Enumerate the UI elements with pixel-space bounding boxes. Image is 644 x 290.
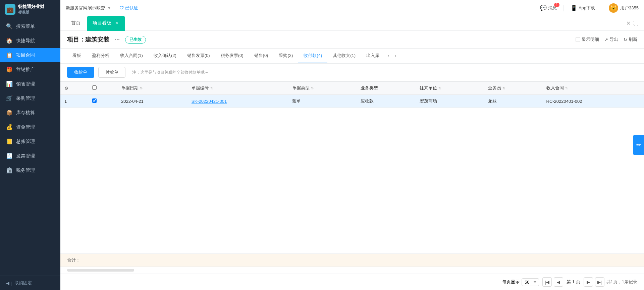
cell-check[interactable]	[88, 95, 117, 108]
select-all-checkbox[interactable]	[92, 85, 97, 90]
subtab-left-arrow[interactable]: ‹	[385, 50, 392, 62]
subtab-income-confirm[interactable]: 收入确认(2)	[148, 49, 182, 63]
close-window-button[interactable]: ✕	[626, 20, 631, 26]
edit-icon: ✏	[636, 141, 641, 149]
subtab-receipt[interactable]: 收付款(4)	[298, 49, 327, 63]
subtab-in-out[interactable]: 出入库	[361, 49, 385, 63]
subtabs: 看板 盈利分析 收入合同(1) 收入确认(2) 销售发票(0) 税务发票(0) …	[60, 49, 644, 64]
th-date: 单据日期 ⇅	[117, 82, 187, 95]
export-label: 导出	[609, 37, 618, 43]
side-edit-button[interactable]: ✏	[633, 135, 644, 155]
th-index: ⚙	[60, 82, 88, 95]
record-link[interactable]: SK-20220421-001	[192, 99, 227, 104]
sidebar-item-label: 营销推广	[16, 67, 35, 73]
sidebar-item-inventory[interactable]: 📦 库存核算	[0, 105, 60, 120]
cell-salesman: 龙妹	[484, 95, 542, 108]
home-icon: 🏠	[6, 38, 13, 44]
row-checkbox[interactable]	[92, 98, 97, 103]
sidebar-item-label: 项目合同	[16, 52, 35, 58]
cell-partner: 宏茂商场	[416, 95, 484, 108]
sort-date[interactable]: 单据日期 ⇅	[121, 85, 183, 91]
tab-home[interactable]: 首页	[66, 16, 86, 31]
tab-project-board[interactable]: 项目看板 ✕	[87, 16, 125, 31]
sidebar-item-label: 采购管理	[16, 95, 35, 101]
sort-salesman[interactable]: 业务员 ⇅	[488, 85, 538, 91]
data-table: ⚙ 单据日期 ⇅	[60, 81, 644, 108]
sidebar-item-invoice[interactable]: 🧾 发票管理	[0, 149, 60, 163]
show-detail-label: 显示明细	[582, 37, 599, 43]
sort-type[interactable]: 单据类型 ⇅	[292, 85, 353, 91]
subtab-sales-invoice[interactable]: 销售发票(0)	[182, 49, 215, 63]
tab-close-button[interactable]: ✕	[114, 20, 119, 26]
app-download-label: App下载	[579, 5, 595, 11]
sort-icon: ⇅	[502, 86, 505, 90]
tax-icon: 🏛️	[6, 167, 13, 173]
subtab-sales[interactable]: 销售(0)	[249, 49, 274, 63]
export-button[interactable]: ↗ 导出	[604, 37, 618, 43]
close-icon[interactable]: ✕	[114, 20, 119, 26]
sidebar-item-purchase[interactable]: 🛒 采购管理	[0, 91, 60, 105]
sidebar-item-shortcut[interactable]: 🏠 快捷导航	[0, 33, 60, 48]
next-page-button[interactable]: ▶	[584, 277, 593, 287]
per-page-selector: 每页显示 50 10 20 100	[502, 278, 539, 286]
cell-income-contract: RC-20220401-002	[542, 95, 644, 108]
pagination-nav: |◀ ◀ 第 1 页 ▶ ▶| 共1页，1条记录	[542, 277, 637, 287]
subtab-right-arrow[interactable]: ›	[392, 50, 399, 62]
window-controls: ✕ ⛶	[626, 20, 639, 26]
sort-icon: ⇅	[565, 86, 568, 90]
first-page-button[interactable]: |◀	[542, 277, 552, 287]
refresh-button[interactable]: ↻ 刷新	[624, 37, 637, 43]
sort-number[interactable]: 单据编号 ⇅	[192, 85, 284, 91]
subtab-tax-invoice[interactable]: 税务发票(0)	[215, 49, 249, 63]
sidebar-item-marketing[interactable]: 🎁 营销推广	[0, 62, 60, 77]
sidebar-item-label: 库存核算	[16, 110, 35, 116]
show-detail-checkbox[interactable]: 显示明细	[576, 37, 599, 43]
message-button[interactable]: 💬 消息 1	[540, 5, 557, 11]
subtab-label: 盈利分析	[92, 53, 109, 58]
subtab-purchase[interactable]: 采购(2)	[273, 49, 298, 63]
maximize-window-button[interactable]: ⛶	[633, 20, 639, 26]
sidebar-item-ledger[interactable]: 📒 总账管理	[0, 134, 60, 149]
subtab-profit[interactable]: 盈利分析	[87, 49, 115, 63]
sort-icon: ⇅	[311, 86, 314, 90]
sidebar-nav: 🔍 搜索菜单 🏠 快捷导航 📋 项目合同 🎁 营销推广 📊 销售管理 🛒 采购管…	[0, 19, 60, 276]
workspace-selector[interactable]: 新服务官网演示账套 ▼	[66, 5, 111, 11]
sidebar-item-tax[interactable]: 🏛️ 税务管理	[0, 163, 60, 177]
subtab-board[interactable]: 看板	[67, 49, 87, 63]
settings-icon[interactable]: ⚙	[64, 86, 68, 91]
table-footer: 合计：	[60, 253, 644, 267]
table-row[interactable]: 1 2022-04-21 SK-20220421-001 蓝单 应收款 宏茂商场…	[60, 95, 644, 108]
last-page-button[interactable]: ▶|	[595, 277, 604, 287]
page-indicator: 第 1 页	[567, 279, 580, 285]
cell-number[interactable]: SK-20220421-001	[187, 95, 288, 108]
ledger-icon: 📒	[6, 138, 13, 145]
payment-tab-button[interactable]: 付款单	[98, 67, 125, 78]
sidebar-item-sales[interactable]: 📊 销售管理	[0, 77, 60, 91]
more-options-icon[interactable]: ···	[115, 36, 120, 43]
per-page-select[interactable]: 50 10 20 100	[522, 278, 539, 286]
subtab-label: 收入确认(2)	[154, 53, 176, 58]
prev-page-button[interactable]: ◀	[554, 277, 563, 287]
avatar: 🐱	[609, 3, 618, 13]
checkbox-icon[interactable]	[576, 37, 580, 42]
subtab-other-expense[interactable]: 其他收支(1)	[327, 49, 361, 63]
status-badge: 已生效	[125, 36, 146, 44]
export-icon: ↗	[604, 37, 608, 42]
receipt-tab-button[interactable]: 收款单	[67, 67, 94, 78]
sidebar-item-label: 快捷导航	[16, 38, 35, 44]
sidebar-item-search[interactable]: 🔍 搜索菜单	[0, 19, 60, 33]
sidebar-item-finance[interactable]: 💰 资金管理	[0, 120, 60, 134]
contract-icon: 📋	[6, 52, 13, 58]
sort-income-contract[interactable]: 收入合同 ⇅	[546, 85, 640, 91]
logo-text: 畅捷通好业财 标准版	[18, 4, 44, 15]
sidebar-item-contract[interactable]: 📋 项目合同	[0, 48, 60, 62]
sort-partner[interactable]: 往来单位 ⇅	[420, 85, 480, 91]
unpin-button[interactable]: ◀ | 取消固定	[0, 276, 60, 290]
horizontal-scrollbar[interactable]	[67, 269, 134, 272]
table-scroll[interactable]: ⚙ 单据日期 ⇅	[60, 81, 644, 253]
scrollbar-row	[60, 267, 644, 274]
subtab-income-contract[interactable]: 收入合同(1)	[115, 49, 148, 63]
subtab-label: 出入库	[366, 53, 379, 58]
app-download-button[interactable]: 📱 App下载	[571, 5, 595, 11]
user-menu[interactable]: 🐱 用户3355	[609, 3, 639, 13]
